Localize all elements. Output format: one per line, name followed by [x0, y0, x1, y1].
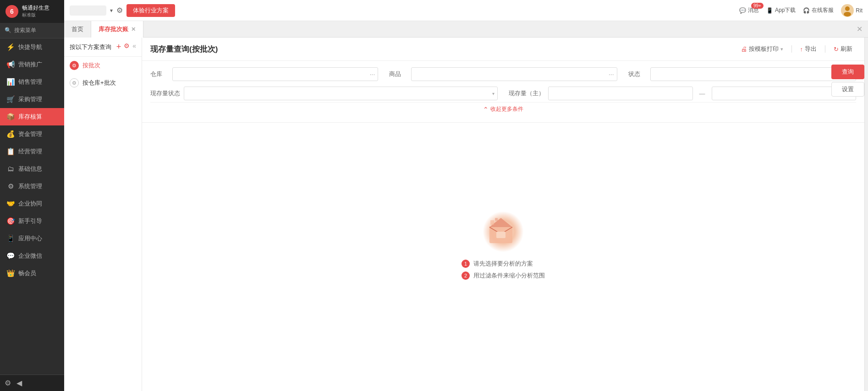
sidebar-item-label: 系统管理 [18, 182, 42, 190]
sidebar-item-enterprise[interactable]: 🤝 企业协同 [0, 195, 64, 212]
sidebar-collapse-button[interactable]: ◀ [16, 379, 22, 387]
topbar-gear-icon[interactable]: ⚙ [116, 6, 123, 15]
range-dash: — [697, 90, 708, 97]
main-area: ▾ ⚙ 体验行业方案 💬 消息 99+ 📱 App下载 🎧 在线客服 Ri [64, 0, 868, 391]
messages-action[interactable]: 💬 消息 99+ [739, 6, 759, 14]
svg-point-1 [844, 12, 851, 16]
status-label: 状态 [628, 70, 647, 78]
customer-service-label: 在线客服 [812, 6, 834, 14]
export-icon: ↑ [800, 46, 803, 53]
inventory-qty-field: 现存量（主） — [509, 87, 856, 100]
sidebar-item-sales[interactable]: 📊 销售管理 [0, 73, 64, 91]
sidebar-item-wechat[interactable]: 💬 企业微信 [0, 247, 64, 265]
sidebar-item-label: 销售管理 [18, 78, 42, 86]
inventory-qty-range-start[interactable] [548, 87, 693, 100]
sidebar-item-label: 库存核算 [18, 113, 42, 121]
right-scrollbar[interactable] [864, 38, 868, 391]
query-button[interactable]: 查询 [831, 65, 864, 79]
customer-service-action[interactable]: 🎧 在线客服 [803, 6, 834, 14]
tab-close-icon[interactable]: ✕ [131, 26, 136, 33]
tab-batch-account-label: 库存批次账 [99, 25, 128, 33]
username: Rit [856, 7, 863, 14]
sidebar-settings-button[interactable]: ⚙ [5, 379, 11, 387]
empty-tips: 1 请先选择要分析的方案 2 用过滤条件来缩小分析范围 [461, 260, 545, 280]
empty-state: 1 请先选择要分析的方案 2 用过滤条件来缩小分析范围 [142, 123, 864, 391]
messages-badge: 99+ [751, 3, 764, 9]
sidebar-item-quick-nav[interactable]: ⚡ 快捷导航 [0, 38, 64, 56]
filter-item-label: 按仓库+批次 [82, 79, 116, 87]
sidebar-item-purchase[interactable]: 🛒 采购管理 [0, 91, 64, 108]
refresh-label: 刷新 [841, 45, 852, 53]
filter-item-by-warehouse-batch[interactable]: ⚙ 按仓库+批次 [64, 74, 142, 92]
product-field: 商品 ··· [389, 67, 617, 81]
app-logo: 6 [5, 5, 18, 18]
product-label: 商品 [389, 70, 407, 78]
sidebar-item-label: 畅会员 [18, 269, 36, 277]
status-input[interactable]: ▾ [650, 67, 856, 81]
sidebar: 6 畅通好生意 标准版 🔍 搜索菜单 ⚡ 快捷导航 📢 营销推广 📊 销售管理 … [0, 0, 64, 391]
export-action[interactable]: ↑ 导出 [797, 43, 821, 55]
sidebar-item-newbie[interactable]: 🎯 新手引导 [0, 212, 64, 230]
finance-icon: 💰 [6, 130, 15, 138]
sidebar-item-label: 经营管理 [18, 147, 42, 156]
purchase-icon: 🛒 [6, 95, 15, 103]
inventory-status-input[interactable]: ▾ [184, 87, 498, 100]
warehouse-label: 仓库 [150, 70, 169, 78]
sidebar-item-label: 采购管理 [18, 95, 42, 103]
filter-row-2: 现存量状态 ▾ 现存量（主） — [150, 87, 856, 100]
sidebar-item-finance[interactable]: 💰 资金管理 [0, 125, 64, 143]
user-profile[interactable]: Rit [841, 4, 863, 17]
sidebar-item-basic[interactable]: 🗂 基础信息 [0, 160, 64, 178]
operation-icon: 📋 [6, 147, 15, 156]
status-field: 状态 ▾ [628, 67, 856, 81]
product-more-dots: ··· [609, 71, 614, 78]
filter-collapse-icon[interactable]: « [132, 42, 136, 52]
sidebar-item-app-center[interactable]: 📱 应用中心 [0, 230, 64, 247]
inventory-status-field: 现存量状态 ▾ [150, 87, 498, 100]
quick-nav-icon: ⚡ [6, 43, 15, 51]
sidebar-item-system[interactable]: ⚙ 系统管理 [0, 178, 64, 195]
phone-icon: 📱 [766, 7, 773, 14]
warehouse-input[interactable]: ··· [172, 67, 378, 81]
query-actions: 查询 设置 [831, 65, 864, 97]
sidebar-item-operation[interactable]: 📋 经营管理 [0, 143, 64, 160]
collapse-bar[interactable]: ⌃ 收起更多条件 [150, 102, 856, 116]
enterprise-icon: 🤝 [6, 200, 15, 208]
sidebar-item-marketing[interactable]: 📢 营销推广 [0, 56, 64, 73]
topbar: ▾ ⚙ 体验行业方案 💬 消息 99+ 📱 App下载 🎧 在线客服 Ri [64, 0, 868, 21]
tab-batch-account[interactable]: 库存批次账 ✕ [91, 21, 143, 38]
app-download-action[interactable]: 📱 App下载 [766, 6, 796, 14]
sidebar-item-label: 新手引导 [18, 217, 42, 225]
filter-settings-icon[interactable]: ⚙ [124, 42, 130, 52]
filter-row-1: 仓库 ··· 商品 ··· 状态 [150, 67, 856, 81]
trial-btn[interactable]: 体验行业方案 [126, 4, 175, 17]
print-label: 按模板打印 [749, 45, 779, 53]
message-icon: 💬 [739, 7, 746, 14]
print-dropdown-icon[interactable]: ▾ [780, 46, 783, 52]
print-action[interactable]: 🖨 按模板打印 ▾ [737, 43, 787, 55]
filter-item-by-batch[interactable]: ⚙ 按批次 [64, 57, 142, 74]
product-input[interactable]: ··· [411, 67, 617, 81]
basic-icon: 🗂 [6, 165, 15, 173]
close-all-tabs[interactable]: ✕ [857, 25, 868, 33]
refresh-action[interactable]: ↻ 刷新 [830, 43, 856, 55]
warehouse-more-dots: ··· [370, 71, 375, 78]
query-header-actions: 🖨 按模板打印 ▾ ↑ 导出 ↻ 刷新 [737, 43, 857, 55]
filter-item-label: 按批次 [82, 61, 100, 70]
search-menu[interactable]: 🔍 搜索菜单 [0, 23, 64, 38]
sidebar-item-label: 企业协同 [18, 200, 42, 208]
filter-form: 仓库 ··· 商品 ··· 状态 [142, 61, 864, 123]
member-icon: 👑 [6, 269, 15, 277]
collapse-chevron-icon: ⌃ [483, 106, 489, 113]
add-filter-icon[interactable]: + [116, 42, 121, 52]
topbar-search-input[interactable] [70, 5, 106, 16]
filter-panel: 按以下方案查询 + ⚙ « ⚙ 按批次 ⚙ 按仓库+批次 [64, 38, 142, 391]
sidebar-item-inventory[interactable]: 📦 库存核算 [0, 108, 64, 125]
topbar-dropdown-arrow[interactable]: ▾ [110, 7, 113, 14]
sidebar-item-member[interactable]: 👑 畅会员 [0, 265, 64, 282]
sales-icon: 📊 [6, 78, 15, 86]
settings-button[interactable]: 设置 [831, 82, 864, 97]
empty-tip-1-text: 请先选择要分析的方案 [473, 260, 533, 268]
sidebar-item-label: 资金管理 [18, 130, 42, 138]
tab-home[interactable]: 首页 [64, 21, 91, 38]
